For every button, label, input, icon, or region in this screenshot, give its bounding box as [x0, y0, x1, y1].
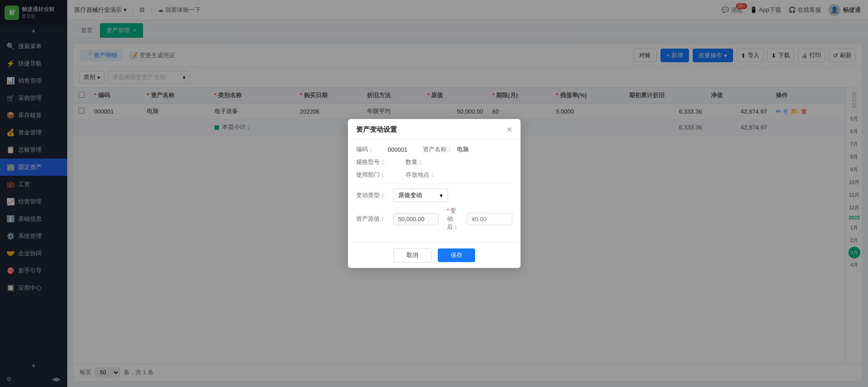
dialog-title: 资产变动设置 [356, 125, 397, 134]
dialog-row-spec-qty: 规格型号： 数量： [356, 158, 512, 166]
dialog-header: 资产变动设置 ✕ [348, 119, 521, 139]
after-value-input[interactable] [467, 213, 512, 225]
save-button[interactable]: 保存 [438, 248, 475, 262]
dialog-value-row: 资产原值： 50,000.00 *变动后： [356, 207, 512, 231]
location-label: 存放地点： [406, 171, 435, 179]
asset-value-label: 资产原值： [356, 215, 389, 223]
dialog-footer: 取消 保存 [348, 242, 521, 268]
modal-overlay: 资产变动设置 ✕ 编码： 000001 资产名称： 电脑 规格型号： 数量： 使… [0, 0, 868, 387]
dialog-row-dept-location: 使用部门： 存放地点： [356, 171, 512, 179]
dialog-body: 编码： 000001 资产名称： 电脑 规格型号： 数量： 使用部门： 存放地点… [348, 139, 521, 242]
dialog-change-type-row: 变动类型： 原值变动 ▾ [356, 189, 512, 202]
name-value: 电脑 [457, 145, 469, 154]
asset-original-value: 50,000.00 [393, 213, 439, 225]
spec-label: 规格型号： [356, 158, 386, 166]
chevron-down-icon: ▾ [440, 192, 443, 199]
dept-label: 使用部门： [356, 171, 386, 179]
cancel-button[interactable]: 取消 [393, 248, 432, 263]
code-label: 编码： [356, 145, 383, 154]
change-type-select[interactable]: 原值变动 ▾ [393, 189, 448, 202]
name-label: 资产名称： [423, 145, 452, 154]
asset-change-dialog: 资产变动设置 ✕ 编码： 000001 资产名称： 电脑 规格型号： 数量： 使… [348, 119, 521, 268]
change-type-label: 变动类型： [356, 191, 389, 199]
dialog-row-code-name: 编码： 000001 资产名称： 电脑 [356, 145, 512, 154]
quantity-label: 数量： [406, 158, 433, 166]
code-value: 000001 [388, 146, 407, 153]
change-type-value: 原值变动 [398, 191, 422, 199]
dialog-close-button[interactable]: ✕ [506, 125, 512, 134]
